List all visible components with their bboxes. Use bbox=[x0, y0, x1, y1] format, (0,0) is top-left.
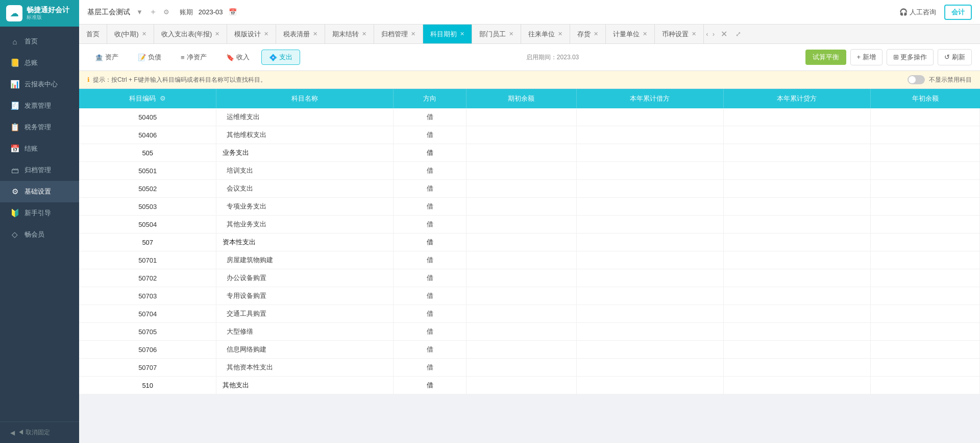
table-row[interactable]: 50501培训支出借 bbox=[79, 162, 980, 180]
tab-subject-init[interactable]: 科目期初 ✕ bbox=[423, 25, 472, 44]
balance-button[interactable]: 试算平衡 bbox=[805, 50, 846, 65]
sidebar-item-settings[interactable]: ⚙ 基础设置 bbox=[0, 181, 79, 202]
cell-ytd-credit bbox=[723, 269, 870, 287]
tab-dept-staff[interactable]: 部门员工 ✕ bbox=[472, 25, 521, 44]
subtab-expense[interactable]: 💠 支出 bbox=[261, 50, 300, 65]
cell-ytd-debit bbox=[576, 305, 723, 323]
tab-close-partner[interactable]: ✕ bbox=[558, 31, 562, 37]
tab-close-measure[interactable]: ✕ bbox=[643, 31, 647, 37]
subtab-asset[interactable]: 🏦 资产 bbox=[87, 50, 126, 65]
cell-direction: 借 bbox=[394, 126, 467, 144]
refresh-button[interactable]: ↺ 刷新 bbox=[938, 49, 972, 65]
cell-ytd-credit bbox=[723, 198, 870, 216]
column-settings-icon[interactable]: ⚙ bbox=[160, 95, 166, 102]
disable-subjects-toggle[interactable] bbox=[908, 75, 925, 84]
cell-direction: 借 bbox=[394, 234, 467, 251]
cell-ytd-debit bbox=[576, 108, 723, 126]
tab-currency[interactable]: 币种设置 ✕ bbox=[655, 25, 704, 44]
tab-close-inventory[interactable]: ✕ bbox=[594, 31, 598, 37]
sidebar-item-label: 总账 bbox=[24, 58, 38, 67]
tabbar-nav-prev[interactable]: ‹ bbox=[704, 30, 710, 38]
disable-toggle-area: 不显示禁用科目 bbox=[908, 75, 972, 84]
table-row[interactable]: 50405运维维支出借 bbox=[79, 108, 980, 126]
table-row[interactable]: 50706信息网络购建借 bbox=[79, 341, 980, 359]
table-row[interactable]: 50704交通工具购置借 bbox=[79, 305, 980, 323]
tab-archive[interactable]: 归档管理 ✕ bbox=[374, 25, 423, 44]
subtab-liability[interactable]: 📝 负债 bbox=[130, 50, 169, 65]
company-name: 基层工会测试 bbox=[87, 8, 130, 17]
table-row[interactable]: 50502会议支出借 bbox=[79, 180, 980, 198]
tab-home[interactable]: 首页 bbox=[79, 25, 107, 44]
tab-tax-clear[interactable]: 税表清册 ✕ bbox=[276, 25, 325, 44]
sidebar-item-closing[interactable]: 📅 结账 bbox=[0, 138, 79, 159]
tab-close-dept-staff[interactable]: ✕ bbox=[509, 31, 513, 37]
sidebar-item-home[interactable]: ⌂ 首页 bbox=[0, 31, 79, 52]
cell-code: 50705 bbox=[79, 323, 216, 341]
tab-close-period-close[interactable]: ✕ bbox=[362, 31, 366, 37]
cell-code: 50501 bbox=[79, 162, 216, 180]
sidebar-item-ledger[interactable]: 📒 总账 bbox=[0, 52, 79, 74]
tab-close-template[interactable]: ✕ bbox=[264, 31, 268, 37]
tabbar-nav-next[interactable]: › bbox=[710, 30, 717, 38]
add-button[interactable]: + 新增 bbox=[850, 49, 883, 65]
more-button[interactable]: ⊞ 更多操作 bbox=[887, 49, 934, 65]
account-button[interactable]: 会计 bbox=[944, 5, 972, 20]
cell-ytd-debit bbox=[576, 323, 723, 341]
tab-period-close[interactable]: 期末结转 ✕ bbox=[325, 25, 374, 44]
sidebar-item-member[interactable]: ◇ 畅会员 bbox=[0, 224, 79, 245]
cell-ytd-credit bbox=[723, 341, 870, 359]
settings-gear-icon[interactable]: ⚙ bbox=[163, 8, 169, 16]
table-row[interactable]: 510其他支出借 bbox=[79, 377, 980, 394]
tab-measure[interactable]: 计量单位 ✕ bbox=[606, 25, 655, 44]
table-row[interactable]: 50705大型修缮借 bbox=[79, 323, 980, 341]
tab-template[interactable]: 模版设计 ✕ bbox=[227, 25, 276, 44]
cell-name: 业务支出 bbox=[216, 144, 394, 162]
table-row[interactable]: 50504其他业务支出借 bbox=[79, 216, 980, 234]
tab-close-tax-clear[interactable]: ✕ bbox=[313, 31, 317, 37]
table-row[interactable]: 50702办公设备购置借 bbox=[79, 269, 980, 287]
table-row[interactable]: 50703专用设备购置借 bbox=[79, 287, 980, 305]
cell-opening-balance bbox=[467, 341, 576, 359]
archive-icon: 🗃 bbox=[10, 166, 19, 175]
add-company-icon[interactable]: ＋ bbox=[149, 7, 157, 17]
sidebar-item-label: 结账 bbox=[24, 144, 38, 153]
cell-opening-balance bbox=[467, 377, 576, 394]
table-row[interactable]: 507资本性支出借 bbox=[79, 234, 980, 251]
tab-close-archive[interactable]: ✕ bbox=[411, 31, 415, 37]
tabbar: 首页 收(中期) ✕ 收入支出表(年报) ✕ 模版设计 ✕ 税表清册 ✕ 期末结… bbox=[79, 25, 980, 44]
tabbar-expand[interactable]: ⤢ bbox=[731, 30, 745, 38]
subtab-income[interactable]: 🔖 收入 bbox=[218, 50, 257, 65]
table-row[interactable]: 50707其他资本性支出借 bbox=[79, 359, 980, 377]
settings-icon: ⚙ bbox=[10, 187, 19, 196]
sidebar-item-reports[interactable]: 📊 云报表中心 bbox=[0, 74, 79, 95]
calendar-icon[interactable]: 📅 bbox=[229, 8, 237, 16]
sidebar-item-archive[interactable]: 🗃 归档管理 bbox=[0, 159, 79, 181]
cell-code: 507 bbox=[79, 234, 216, 251]
sidebar-item-invoice[interactable]: 🧾 发票管理 bbox=[0, 95, 79, 116]
sidebar-item-guide[interactable]: 🔰 新手引导 bbox=[0, 202, 79, 224]
cell-ytd-credit bbox=[723, 108, 870, 126]
cell-name: 其他业务支出 bbox=[216, 216, 394, 234]
table-row[interactable]: 505业务支出借 bbox=[79, 144, 980, 162]
subtab-equity[interactable]: ≡ 净资产 bbox=[173, 50, 214, 65]
table-row[interactable]: 50406其他维权支出借 bbox=[79, 126, 980, 144]
tab-interim[interactable]: 收(中期) ✕ bbox=[107, 25, 154, 44]
sidebar-item-tax[interactable]: 📋 税务管理 bbox=[0, 116, 79, 138]
tab-partner[interactable]: 往来单位 ✕ bbox=[521, 25, 570, 44]
tabbar-close-all[interactable]: ✕ bbox=[717, 29, 731, 39]
cell-code: 505 bbox=[79, 144, 216, 162]
sidebar-collapse-btn[interactable]: ◀ ◀ 取消固定 bbox=[0, 422, 79, 443]
tab-close-subject-init[interactable]: ✕ bbox=[460, 31, 464, 37]
cell-ytd-credit bbox=[723, 305, 870, 323]
toolbar-right: 试算平衡 + 新增 ⊞ 更多操作 ↺ 刷新 bbox=[805, 49, 972, 65]
tab-income-annual[interactable]: 收入支出表(年报) ✕ bbox=[154, 25, 228, 44]
tab-inventory[interactable]: 存货 ✕ bbox=[570, 25, 606, 44]
tab-close-interim[interactable]: ✕ bbox=[142, 31, 146, 37]
tab-close-income-annual[interactable]: ✕ bbox=[215, 31, 219, 37]
tab-close-currency[interactable]: ✕ bbox=[692, 31, 696, 37]
table-row[interactable]: 50701房屋建筑物购建借 bbox=[79, 251, 980, 269]
table-row[interactable]: 50503专项业务支出借 bbox=[79, 198, 980, 216]
cell-direction: 借 bbox=[394, 341, 467, 359]
help-button[interactable]: 🎧 人工咨询 bbox=[899, 8, 936, 17]
company-dropdown-icon[interactable]: ▼ bbox=[136, 8, 143, 16]
